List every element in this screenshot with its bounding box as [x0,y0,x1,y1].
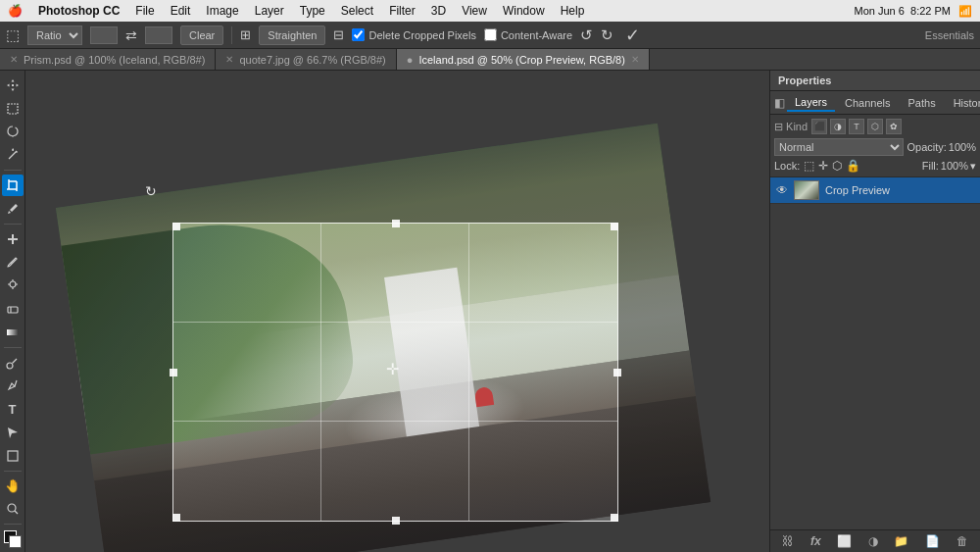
ratio-width-input[interactable] [90,26,118,44]
delete-cropped-checkbox[interactable] [352,28,365,41]
marquee-tool[interactable] [2,98,24,120]
tab-iceland-close[interactable]: ✕ [631,54,639,65]
crop-handle-bottom-center[interactable] [392,517,400,525]
menu-window[interactable]: Window [503,4,545,18]
eraser-tool[interactable] [2,298,24,320]
layer-name-crop-preview: Crop Preview [825,184,890,196]
pixel-filter-icon[interactable]: ⬛ [811,119,827,134]
ratio-selector[interactable]: Ratio [27,25,82,45]
layer-row-crop-preview[interactable]: 👁 Crop Preview [770,177,980,204]
delete-layer-icon[interactable]: 🗑 [956,534,968,548]
lock-all-icon[interactable]: 🔒 [846,159,860,173]
crop-handle-bottom-left[interactable] [172,514,180,522]
type-filter-icon[interactable]: T [849,119,864,134]
gradient-tool[interactable] [2,322,24,343]
crop-handle-middle-right[interactable] [613,369,621,376]
tab-iceland[interactable]: ● Iceland.psd @ 50% (Crop Preview, RGB/8… [397,49,650,70]
menu-help[interactable]: Help [561,4,585,18]
svg-line-4 [13,149,14,151]
app-name: Photoshop CC [38,4,120,18]
crop-handle-middle-left[interactable] [170,369,177,376]
tab-quote7-close[interactable]: ✕ [225,54,233,65]
adjustment-filter-icon[interactable]: ◑ [830,119,846,134]
hand-tool[interactable]: 🤚 [2,476,24,497]
menu-edit[interactable]: Edit [171,4,191,18]
smart-filter-icon[interactable]: ✿ [886,119,902,134]
lock-pixels-icon[interactable]: ⬚ [804,159,814,173]
magic-wand-tool[interactable] [2,144,24,166]
ratio-select[interactable]: Ratio [27,25,82,45]
tab-history[interactable]: History [946,95,980,111]
menu-view[interactable]: View [462,4,487,18]
background-color[interactable] [9,535,22,548]
healing-tool[interactable] [2,228,24,250]
lock-position-icon[interactable]: ✛ [818,159,828,173]
new-fill-icon[interactable]: ◑ [868,534,878,548]
pen-tool[interactable] [2,376,24,397]
tab-prism-close[interactable]: ✕ [10,54,18,65]
link-icon[interactable]: ⛓ [782,534,794,548]
tab-channels[interactable]: Channels [837,95,898,111]
crop-handle-top-center[interactable] [392,220,400,227]
crop-tool[interactable] [2,175,24,196]
fill-dropdown-icon[interactable]: ▾ [970,160,976,173]
dodge-tool[interactable] [2,352,24,374]
crop-handle-top-left[interactable] [172,223,180,230]
ratio-height-input[interactable] [145,26,172,44]
tab-iceland-modified: ● [407,54,414,66]
crop-box[interactable] [172,223,618,522]
type-tool[interactable]: T [2,398,24,420]
menu-layer[interactable]: Layer [255,4,284,18]
opacity-value[interactable]: 100% [949,141,976,153]
tabs-bar: ✕ Prism.psd @ 100% (Iceland, RGB/8#) ✕ q… [0,49,980,71]
eyedropper-tool[interactable] [2,198,24,220]
menu-3d[interactable]: 3D [431,4,446,18]
layer-visibility-icon[interactable]: 👁 [776,183,788,197]
crop-overlay-right [618,223,769,522]
tab-prism[interactable]: ✕ Prism.psd @ 100% (Iceland, RGB/8#) [0,49,216,70]
menu-filter[interactable]: Filter [389,4,416,18]
menu-image[interactable]: Image [206,4,238,18]
crop-handle-top-right[interactable] [611,223,618,230]
path-select-tool[interactable] [2,422,24,443]
opacity-label: Opacity: [907,141,947,153]
shape-filter-icon[interactable]: ⬡ [867,119,883,134]
foreground-background-colors[interactable] [4,530,22,548]
menu-file[interactable]: File [135,4,154,18]
commit-icon[interactable]: ✓ [625,25,640,46]
menu-select[interactable]: Select [341,4,373,18]
undo-icon[interactable]: ↺ [580,26,593,44]
svg-line-18 [12,359,17,364]
blend-mode-select[interactable]: Normal Multiply Screen [774,138,904,156]
new-group-icon[interactable]: 📁 [894,534,908,548]
lock-artboard-icon[interactable]: ⬡ [832,159,842,173]
straighten-button[interactable]: Straighten [259,25,325,45]
swap-icon[interactable]: ⇄ [125,27,137,43]
move-tool[interactable] [2,75,24,96]
add-mask-icon[interactable]: ⬜ [837,534,852,548]
zoom-tool[interactable] [2,498,24,520]
fill-value[interactable]: 100% [941,160,968,172]
tab-quote7-label: quote7.jpg @ 66.7% (RGB/8#) [239,54,385,66]
left-toolbar: T 🤚 [0,71,25,552]
tab-paths[interactable]: Paths [901,95,944,111]
crop-handle-bottom-right[interactable] [611,514,618,522]
shape-tool[interactable] [2,445,24,467]
lasso-tool[interactable] [2,122,24,143]
clone-tool[interactable] [2,275,24,296]
layer-list: 👁 Crop Preview [770,177,980,529]
fx-icon[interactable]: fx [810,534,821,548]
canvas-area[interactable]: ✛ ↻ [25,71,769,552]
menubar-datetime: Mon Jun 6 8:22 PM [855,5,951,17]
content-aware-checkbox[interactable] [484,28,497,41]
apple-menu[interactable]: 🍎 [8,4,23,18]
new-layer-icon[interactable]: 📄 [925,534,940,548]
clear-button[interactable]: Clear [180,25,223,45]
tab-quote7[interactable]: ✕ quote7.jpg @ 66.7% (RGB/8#) [216,49,396,70]
redo-icon[interactable]: ↻ [601,26,613,44]
svg-rect-0 [8,104,18,114]
right-panel: Properties ◧ Layers Channels Paths Histo… [769,71,980,552]
tab-layers[interactable]: Layers [787,94,835,112]
menu-type[interactable]: Type [300,4,325,18]
brush-tool[interactable] [2,252,24,274]
